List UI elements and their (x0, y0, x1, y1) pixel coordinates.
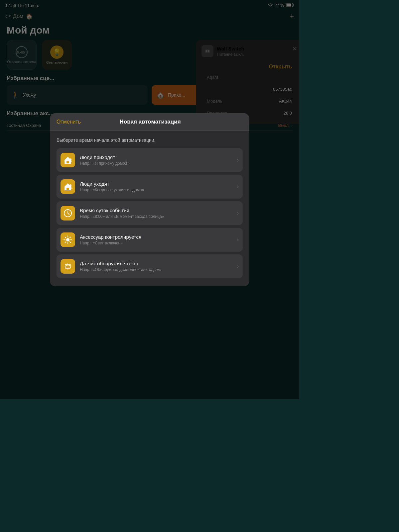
time-of-day-name: Время суток события (80, 208, 234, 213)
accessory-desc: Напр.: «Свет включен» (80, 241, 234, 245)
automation-people-leave[interactable]: Люди уходят Напр.: «Когда все уходят из … (57, 175, 243, 199)
svg-rect-7 (66, 188, 69, 190)
people-leave-desc: Напр.: «Когда все уходят из дома» (80, 188, 234, 192)
svg-rect-25 (67, 267, 68, 267)
svg-rect-24 (66, 267, 67, 267)
svg-line-9 (71, 188, 72, 189)
people-arrive-name: Люди приходят (80, 154, 234, 160)
sensor-desc: Напр.: «Обнаружено движение» или «Дым» (80, 267, 234, 272)
automation-modal: Отменить Новая автоматизация Выберите вр… (50, 113, 249, 286)
time-of-day-chevron: › (237, 210, 239, 216)
people-arrive-desc: Напр.: «Я прихожу домой» (80, 161, 234, 166)
modal-overlay: Отменить Новая автоматизация Выберите вр… (0, 0, 299, 399)
modal-title: Новая автоматизация (81, 119, 219, 125)
svg-line-16 (65, 237, 66, 238)
people-arrive-chevron: › (237, 157, 239, 163)
svg-line-17 (70, 241, 71, 242)
sensor-chevron: › (237, 263, 239, 269)
svg-rect-22 (67, 265, 68, 266)
time-of-day-icon (61, 206, 75, 221)
automation-time-of-day[interactable]: Время суток события Напр.: «8:00» или «В… (57, 201, 243, 225)
accessory-name: Аксессуар контролируется (80, 234, 234, 240)
sensor-icon (61, 259, 75, 274)
people-leave-icon (61, 179, 75, 194)
svg-rect-23 (69, 265, 70, 266)
svg-rect-5 (66, 161, 69, 163)
svg-line-18 (70, 237, 71, 238)
time-of-day-desc: Напр.: «8:00» или «В момент захода солнц… (80, 214, 234, 219)
svg-point-8 (69, 184, 71, 186)
time-of-day-text: Время суток события Напр.: «8:00» или «В… (80, 208, 234, 219)
modal-instruction: Выберите время начала этой автоматизации… (57, 137, 243, 143)
people-arrive-icon (61, 153, 75, 167)
people-leave-name: Люди уходят (80, 181, 234, 187)
sensor-name: Датчик обнаружил что-то (80, 261, 234, 266)
automation-sensor[interactable]: Датчик обнаружил что-то Напр.: «Обнаруже… (57, 254, 243, 278)
modal-header: Отменить Новая автоматизация (50, 113, 249, 131)
svg-line-19 (65, 241, 66, 242)
svg-rect-21 (66, 265, 67, 266)
accessory-chevron: › (237, 237, 239, 243)
automation-accessory[interactable]: Аксессуар контролируется Напр.: «Свет вк… (57, 228, 243, 252)
cancel-button[interactable]: Отменить (57, 119, 81, 125)
modal-body: Выберите время начала этой автоматизации… (50, 131, 249, 286)
svg-point-6 (69, 158, 71, 160)
accessory-text: Аксессуар контролируется Напр.: «Свет вк… (80, 234, 234, 245)
accessory-icon (61, 232, 75, 247)
people-arrive-text: Люди приходят Напр.: «Я прихожу домой» (80, 154, 234, 166)
svg-point-11 (66, 238, 69, 241)
automation-people-arrive[interactable]: Люди приходят Напр.: «Я прихожу домой» › (57, 148, 243, 172)
people-leave-text: Люди уходят Напр.: «Когда все уходят из … (80, 181, 234, 192)
sensor-text: Датчик обнаружил что-то Напр.: «Обнаруже… (80, 261, 234, 272)
people-leave-chevron: › (237, 184, 239, 190)
